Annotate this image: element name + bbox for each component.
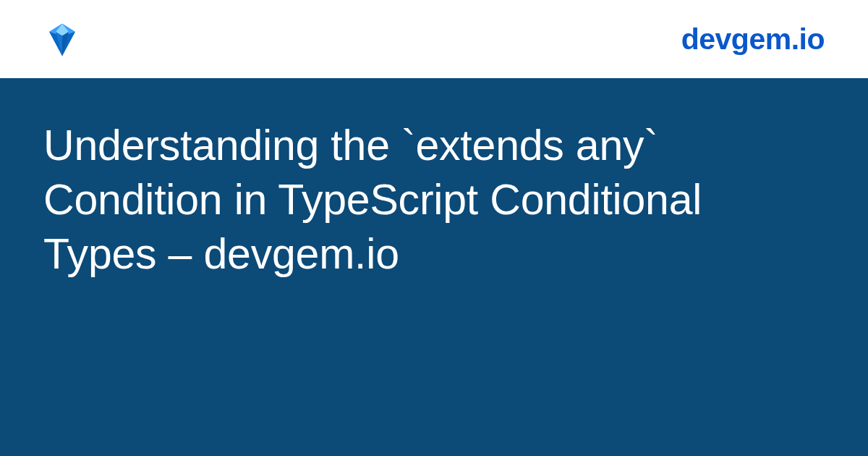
brand-wordmark: devgem.io [681, 22, 825, 56]
page-title: Understanding the `extends any` Conditio… [43, 119, 752, 282]
hero-panel: Understanding the `extends any` Conditio… [0, 78, 868, 456]
social-card: devgem.io Understanding the `extends any… [0, 0, 868, 456]
header-bar: devgem.io [0, 0, 868, 78]
gem-icon [42, 19, 82, 59]
